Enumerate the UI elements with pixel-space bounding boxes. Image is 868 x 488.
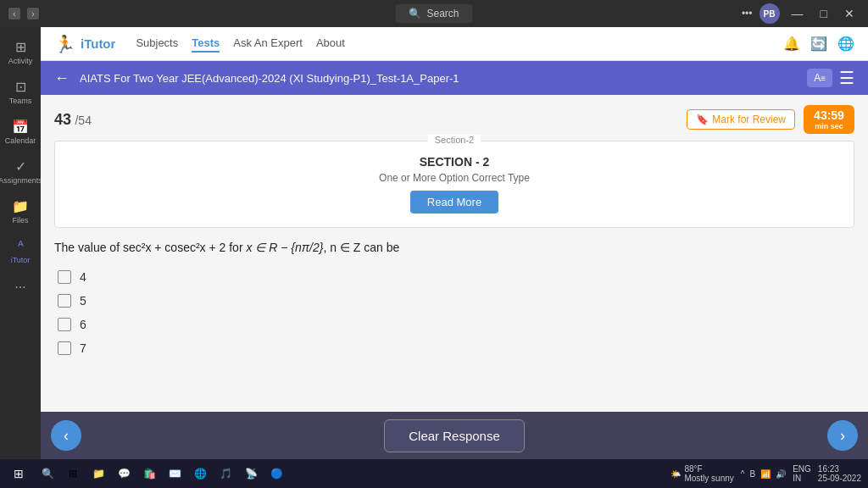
option-label-4: 4 bbox=[80, 270, 86, 284]
left-sidebar: ⊞ Activity ⊡ Teams 📅 Calendar ✓ Assignme… bbox=[0, 27, 41, 488]
taskbar-teams[interactable]: 📡 bbox=[241, 463, 261, 484]
sidebar-label-itutor: iTutor bbox=[11, 256, 31, 264]
question-text: The value of sec²x + cosec²x + 2 for x ∈… bbox=[54, 238, 854, 257]
brand-name: iTutor bbox=[81, 36, 115, 51]
question-number: 43 /54 bbox=[54, 111, 92, 129]
forward-nav-button[interactable]: › bbox=[27, 8, 39, 19]
sidebar-label-calendar: Calendar bbox=[5, 136, 36, 145]
activity-icon: ⊞ bbox=[15, 39, 26, 55]
close-button[interactable]: ✕ bbox=[839, 5, 860, 22]
taskbar-chrome[interactable]: 🔵 bbox=[266, 463, 287, 484]
font-size-button[interactable]: A≡ bbox=[807, 69, 832, 87]
apps-taskbar-icon: ⊞ bbox=[69, 468, 77, 480]
taskbar-chat[interactable]: 💬 bbox=[114, 463, 134, 484]
windows-logo-icon: ⊞ bbox=[14, 467, 24, 480]
option-checkbox-7[interactable] bbox=[58, 341, 71, 355]
sidebar-item-itutor[interactable]: ᴬ iTutor bbox=[0, 233, 41, 269]
option-row-5[interactable]: 5 bbox=[58, 294, 854, 308]
read-more-button[interactable]: Read More bbox=[410, 191, 498, 214]
calendar-icon: 📅 bbox=[12, 119, 29, 135]
taskbar-edge[interactable]: 🌐 bbox=[190, 463, 210, 484]
timer-unit: min sec bbox=[812, 122, 846, 130]
header-right: A≡ ☰ bbox=[807, 68, 854, 88]
itutor-icon: ᴬ bbox=[18, 238, 24, 254]
nav-ask-expert[interactable]: Ask An Expert bbox=[233, 35, 303, 53]
sidebar-more[interactable]: ... bbox=[14, 276, 25, 291]
folder-icon: 📁 bbox=[92, 468, 105, 480]
maximize-button[interactable]: □ bbox=[815, 5, 832, 22]
taskbar-mail[interactable]: ✉️ bbox=[164, 463, 185, 484]
taskbar-right: 🌤️ 88°F Mostly sunny ^ B 📶 🔊 ENG IN 16:2… bbox=[670, 464, 861, 483]
weather-condition: Mostly sunny bbox=[684, 474, 733, 483]
option-row-4[interactable]: 4 bbox=[58, 270, 854, 284]
taskbar-icons: 🔍 ⊞ 📁 💬 🛍️ ✉️ 🌐 🎵 📡 🔵 bbox=[37, 463, 287, 484]
chevron-icon[interactable]: ^ bbox=[741, 469, 745, 479]
search-taskbar-icon: 🔍 bbox=[42, 468, 54, 480]
search-bar[interactable]: 🔍 Search bbox=[395, 4, 472, 23]
sidebar-label-files: Files bbox=[12, 216, 28, 225]
language-info: ENG IN bbox=[793, 464, 811, 483]
avatar: PB bbox=[760, 3, 780, 24]
weather-icon: 🌤️ bbox=[670, 469, 681, 479]
option-checkbox-5[interactable] bbox=[58, 294, 71, 308]
refresh-icon[interactable]: 🔄 bbox=[810, 36, 827, 52]
weather-text: 88°F Mostly sunny bbox=[684, 464, 733, 483]
taskbar-search[interactable]: 🔍 bbox=[37, 463, 58, 484]
notification-icon[interactable]: 🔔 bbox=[783, 36, 800, 52]
search-text: Search bbox=[426, 8, 459, 19]
clear-response-button[interactable]: Clear Response bbox=[384, 419, 525, 452]
globe-icon[interactable]: 🌐 bbox=[837, 36, 854, 52]
title-bar: ‹ › 🔍 Search ••• PB — □ ✕ bbox=[0, 0, 868, 27]
option-label-6: 6 bbox=[80, 318, 86, 331]
taskbar-store[interactable]: 🛍️ bbox=[139, 463, 159, 484]
question-right: 🔖 Mark for Review 43:59 min sec bbox=[687, 105, 854, 134]
mark-for-review-button[interactable]: 🔖 Mark for Review bbox=[687, 109, 795, 130]
time: 16:23 bbox=[818, 464, 861, 474]
back-nav-button[interactable]: ‹ bbox=[8, 8, 20, 19]
bottom-bar: ‹ Clear Response › bbox=[41, 412, 868, 459]
weather-temp: 88°F bbox=[684, 464, 733, 474]
taskbar-apps[interactable]: ⊞ bbox=[63, 463, 83, 484]
option-checkbox-6[interactable] bbox=[58, 318, 71, 331]
nav-tests[interactable]: Tests bbox=[192, 35, 220, 53]
taskbar: ⊞ 🔍 ⊞ 📁 💬 🛍️ ✉️ 🌐 🎵 📡 🔵 🌤️ 88°F Mostly s… bbox=[0, 459, 868, 488]
font-size-icon: ≡ bbox=[821, 74, 826, 83]
sidebar-item-teams[interactable]: ⊡ Teams bbox=[0, 74, 41, 110]
language: ENG bbox=[793, 464, 811, 474]
option-row-7[interactable]: 7 bbox=[58, 341, 854, 355]
brand: 🏃 iTutor bbox=[54, 34, 115, 54]
q-number: 43 bbox=[54, 111, 71, 128]
hamburger-menu-button[interactable]: ☰ bbox=[839, 68, 854, 88]
minimize-button[interactable]: — bbox=[787, 5, 809, 22]
taskbar-spotify[interactable]: 🎵 bbox=[215, 463, 236, 484]
back-button[interactable]: ← bbox=[54, 69, 70, 87]
nav-right: 🔔 🔄 🌐 bbox=[783, 36, 854, 52]
sidebar-item-files[interactable]: 📁 Files bbox=[0, 193, 41, 230]
sidebar-item-activity[interactable]: ⊞ Activity bbox=[0, 34, 41, 70]
next-question-button[interactable]: › bbox=[827, 420, 858, 451]
mark-review-label: Mark for Review bbox=[712, 114, 786, 125]
sidebar-label-teams: Teams bbox=[9, 97, 32, 105]
datetime: 16:23 25-09-2022 bbox=[818, 464, 861, 483]
nav-subjects[interactable]: Subjects bbox=[136, 35, 178, 53]
section-title: SECTION - 2 bbox=[69, 155, 840, 169]
teams-taskbar-icon: 📡 bbox=[245, 468, 258, 480]
top-nav: 🏃 iTutor Subjects Tests Ask An Expert Ab… bbox=[41, 27, 868, 61]
sidebar-label-activity: Activity bbox=[8, 57, 33, 65]
sidebar-item-calendar[interactable]: 📅 Calendar bbox=[0, 114, 41, 150]
sidebar-item-assignments[interactable]: ✓ Assignments bbox=[0, 153, 41, 190]
timer-value: 43:59 bbox=[814, 108, 844, 122]
music-icon: 🎵 bbox=[220, 468, 232, 480]
option-checkbox-4[interactable] bbox=[58, 270, 71, 284]
nav-links: Subjects Tests Ask An Expert About bbox=[136, 35, 345, 53]
section-label: Section-2 bbox=[428, 135, 481, 145]
option-label-5: 5 bbox=[80, 294, 86, 308]
taskbar-start-button[interactable]: ⊞ bbox=[7, 465, 31, 482]
taskbar-file-explorer[interactable]: 📁 bbox=[88, 463, 108, 484]
files-icon: 📁 bbox=[12, 198, 29, 214]
page-title: AIATS For Two Year JEE(Advanced)-2024 (X… bbox=[80, 72, 797, 85]
prev-question-button[interactable]: ‹ bbox=[51, 420, 81, 451]
nav-about[interactable]: About bbox=[316, 35, 345, 53]
option-row-6[interactable]: 6 bbox=[58, 318, 854, 331]
math-expression: x ∈ R − {nπ/2} bbox=[246, 241, 323, 254]
